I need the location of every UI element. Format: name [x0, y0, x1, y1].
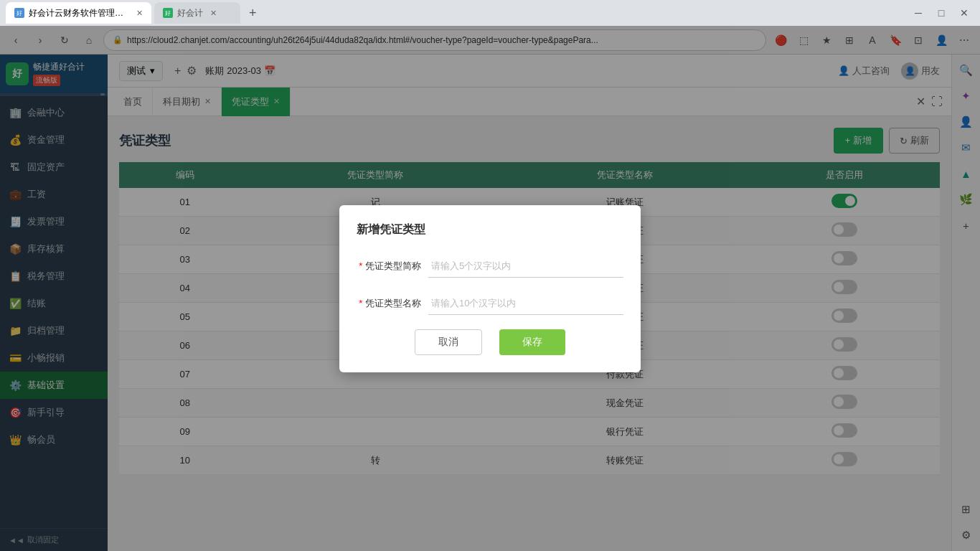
tab-1-label: 好会计云财务软件管理系统_会计	[29, 7, 129, 19]
dialog-abbr-field: * 凭证类型简称	[357, 255, 623, 278]
dialog-name-input[interactable]	[428, 292, 623, 315]
cancel-button[interactable]: 取消	[415, 329, 482, 355]
dialog-abbr-input[interactable]	[428, 255, 623, 278]
dialog-name-label: * 凭证类型名称	[357, 297, 421, 310]
abbr-label-text: 凭证类型简称	[365, 260, 421, 271]
tab-1-close[interactable]: ✕	[136, 9, 143, 18]
tab-2-label: 好会计	[177, 7, 203, 19]
browser-tab-1[interactable]: 好 好会计云财务软件管理系统_会计 ✕	[6, 2, 151, 24]
tab-2-close[interactable]: ✕	[210, 9, 217, 18]
new-tab-button[interactable]: +	[243, 6, 263, 21]
minimize-button[interactable]: ─	[908, 3, 928, 23]
dialog-title: 新增凭证类型	[357, 222, 623, 237]
maximize-button[interactable]: □	[931, 3, 951, 23]
required-mark-1: *	[359, 260, 362, 271]
dialog-overlay: 新增凭证类型 * 凭证类型简称 * 凭证类型名称 取消 保存	[0, 26, 980, 551]
dialog-name-field: * 凭证类型名称	[357, 292, 623, 315]
dialog: 新增凭证类型 * 凭证类型简称 * 凭证类型名称 取消 保存	[339, 205, 641, 372]
dialog-actions: 取消 保存	[357, 329, 623, 355]
favicon-1: 好	[14, 8, 24, 18]
close-button[interactable]: ✕	[954, 3, 974, 23]
browser-title-bar: 好 好会计云财务软件管理系统_会计 ✕ 好 好会计 ✕ + ─ □ ✕	[0, 0, 980, 26]
name-label-text: 凭证类型名称	[365, 298, 421, 309]
required-mark-2: *	[359, 298, 362, 309]
browser-tab-2[interactable]: 好 好会计 ✕	[154, 2, 240, 24]
dialog-abbr-label: * 凭证类型简称	[357, 260, 421, 273]
favicon-2: 好	[163, 8, 173, 18]
save-button[interactable]: 保存	[499, 329, 565, 355]
